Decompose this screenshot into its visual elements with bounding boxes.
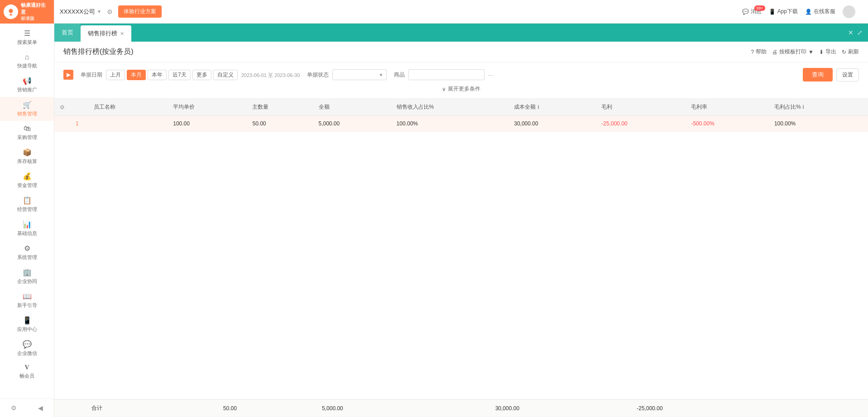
row-profit: -25,000.00	[596, 116, 686, 132]
help-btn[interactable]: ? 帮助	[751, 48, 767, 56]
topbar-settings-icon[interactable]: ⚙	[107, 8, 113, 15]
print-btn[interactable]: 🖨 按模板打印 ▼	[772, 48, 814, 56]
date-btn-custom[interactable]: 自定义	[213, 70, 238, 80]
profit-pct-info-icon[interactable]: ℹ	[802, 104, 804, 110]
company-selector[interactable]: XXXXXX公司 ▼	[60, 8, 101, 16]
expand-row: ∨ 展开更多条件	[63, 85, 859, 93]
message-badge: 99+	[754, 5, 765, 11]
cost-info-icon[interactable]: ℹ	[537, 104, 539, 110]
company-dropdown-icon: ▼	[97, 9, 101, 14]
date-buttons: 上月 本月 本年 近7天 更多 自定义	[106, 70, 238, 80]
sidebar-settings-icon[interactable]: ⚙	[9, 403, 19, 413]
date-btn-7days[interactable]: 近7天	[168, 70, 191, 80]
service-label: 在线客服	[814, 8, 835, 15]
sidebar-item-label: 应用中心	[17, 326, 37, 333]
online-service-btn[interactable]: 👤 在线客服	[805, 8, 835, 15]
sidebar-item-label: 基础信息	[17, 230, 37, 237]
footer-empty-rank	[68, 400, 86, 417]
sidebar-item-marketing[interactable]: 📢 营销推广	[0, 73, 54, 97]
sidebar-item-label: 畅会员	[19, 373, 34, 379]
logo-icon	[4, 5, 18, 19]
footer-label: 合计	[86, 400, 174, 417]
goods-filter-input[interactable]	[408, 69, 484, 80]
sidebar-item-label: 系统管理	[17, 254, 37, 261]
filter-row: ▶ 单据日期 上月 本月 本年 近7天 更多 自定义 2023-06-01 至 …	[63, 68, 859, 81]
col-profit-rate: 毛利率	[686, 99, 768, 116]
message-icon: 💬	[742, 9, 749, 15]
sidebar-item-appstore[interactable]: 📱 应用中心	[0, 312, 54, 336]
service-icon: 👤	[805, 9, 812, 15]
sidebar-footer: ⚙ ◀	[0, 398, 54, 417]
finance-icon: 💰	[23, 172, 32, 181]
sidebar-item-enterprise[interactable]: 🏢 企业协同	[0, 264, 54, 288]
tabbar: 首页 销售排行榜 ✕ ✕ ⤢	[54, 24, 868, 42]
tab-maximize-icon[interactable]: ⤢	[857, 29, 863, 36]
sidebar-item-label: 企业微信	[17, 350, 37, 357]
sidebar-item-wechat[interactable]: 💬 企业微信	[0, 336, 54, 360]
sidebar-item-basics[interactable]: 📊 基础信息	[0, 216, 54, 240]
sidebar-item-sales[interactable]: 🛒 销售管理	[0, 97, 54, 121]
expand-more-btn[interactable]: ∨ 展开更多条件	[442, 85, 480, 93]
sidebar-item-finance[interactable]: 💰 资金管理	[0, 168, 54, 192]
basics-icon: 📊	[23, 220, 32, 229]
tab-sales-ranking[interactable]: 销售排行榜 ✕	[81, 25, 131, 42]
sidebar-item-search[interactable]: ☰ 搜索菜单	[0, 25, 54, 49]
footer-sales-pct-col	[446, 400, 490, 417]
sidebar-item-operations[interactable]: 📋 经营管理	[0, 192, 54, 216]
footer-empty-col	[54, 400, 68, 417]
print-label: 按模板打印	[779, 48, 806, 56]
tab-sales-ranking-label: 销售排行榜	[88, 29, 117, 38]
query-button[interactable]: 查询	[803, 68, 833, 81]
topbar-right: 💬 消息 99+ 📱 App下载 👤 在线客服	[742, 5, 863, 18]
sidebar-item-quicknav[interactable]: ⌂ 快捷导航	[0, 49, 54, 73]
sales-icon: 🛒	[23, 101, 32, 109]
row-rank: 1	[70, 116, 88, 132]
sidebar-item-member[interactable]: V 畅会员	[0, 360, 54, 383]
row-avg-price: 100.00	[168, 116, 247, 132]
sidebar-item-guide[interactable]: 📖 新手引导	[0, 288, 54, 312]
date-btn-more[interactable]: 更多	[192, 70, 211, 80]
user-avatar[interactable]	[843, 5, 855, 18]
status-select[interactable]	[332, 69, 387, 80]
col-amount: 全额	[313, 99, 391, 116]
message-btn[interactable]: 💬 消息 99+	[742, 8, 762, 15]
footer-qty: 50.00	[218, 400, 317, 417]
col-settings[interactable]: ⚙	[54, 99, 70, 116]
row-qty: 50.00	[247, 116, 313, 132]
filter-date-group: 单据日期 上月 本月 本年 近7天 更多 自定义 2023-06-01 至 20…	[81, 70, 300, 80]
sidebar-item-purchase[interactable]: 🛍 采购管理	[0, 121, 54, 144]
industry-btn[interactable]: 体验行业方案	[118, 5, 162, 18]
help-label: 帮助	[756, 48, 767, 56]
tab-close-window-icon[interactable]: ✕	[848, 29, 854, 36]
app-edition: 标准版	[21, 15, 50, 22]
company-name: XXXXXX公司	[60, 8, 95, 16]
goods-more-icon[interactable]: ···	[488, 72, 493, 78]
row-settings-col	[54, 116, 70, 132]
expand-down-icon: ∨	[442, 86, 446, 92]
app-download-btn[interactable]: 📱 App下载	[769, 8, 798, 15]
sidebar-item-system[interactable]: ⚙ 系统管理	[0, 240, 54, 264]
date-btn-last-month[interactable]: 上月	[106, 70, 125, 80]
main-area: XXXXXX公司 ▼ ⚙ 体验行业方案 💬 消息 99+ 📱 App下载 👤 在…	[54, 0, 868, 417]
settings-button[interactable]: 设置	[836, 68, 859, 81]
filter-toggle-btn[interactable]: ▶	[63, 70, 73, 80]
date-btn-this-month[interactable]: 本月	[127, 70, 146, 80]
member-icon: V	[24, 364, 29, 371]
row-profit-pct: 100.00%	[769, 116, 868, 132]
filter-right: 查询 设置	[803, 68, 859, 81]
guide-icon: 📖	[23, 292, 32, 301]
tab-close-icon[interactable]: ✕	[120, 31, 124, 37]
data-table: ⚙ 员工名称 平均单价 主数量 全额 销售收入占比% 成本全额 ℹ 毛利 毛利率…	[54, 99, 868, 132]
tabbar-right: ✕ ⤢	[848, 29, 868, 36]
export-btn[interactable]: ⬇ 导出	[819, 48, 836, 56]
date-btn-this-year[interactable]: 本年	[148, 70, 167, 80]
sidebar-collapse-icon[interactable]: ◀	[36, 403, 45, 413]
footer-profit-pct-col	[824, 400, 868, 417]
sidebar-item-inventory[interactable]: 📦 库存核算	[0, 144, 54, 168]
tab-home[interactable]: 首页	[54, 24, 81, 42]
footer-profit: -25,000.00	[631, 400, 780, 417]
app-name: 畅康通好生意	[21, 2, 50, 15]
sidebar: 畅康通好生意 标准版 ☰ 搜索菜单 ⌂ 快捷导航 📢 营销推广 🛒 销售管理 🛍…	[0, 0, 54, 417]
row-cost: 30,000.00	[508, 116, 596, 132]
refresh-btn[interactable]: ↻ 刷新	[842, 48, 859, 56]
